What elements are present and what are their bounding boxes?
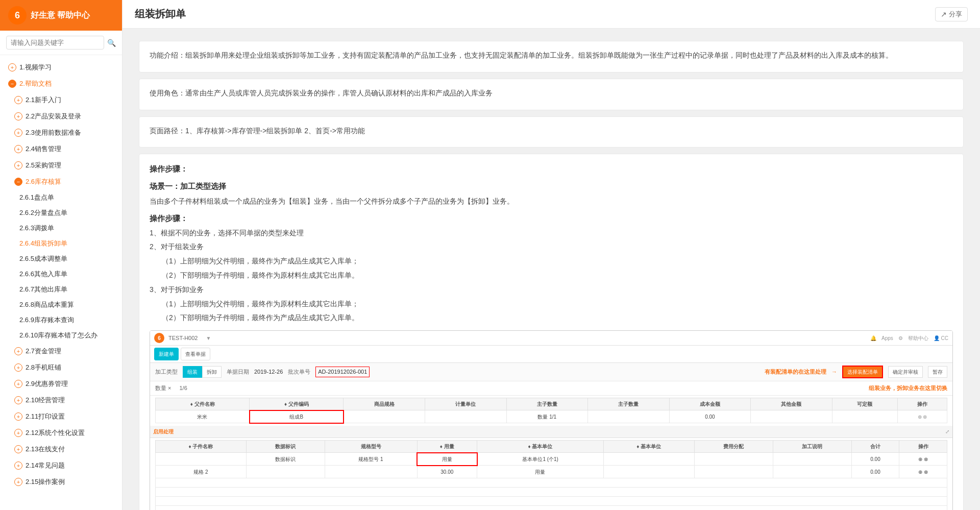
sidebar-item-2-4[interactable]: + 2.4销售管理 bbox=[0, 141, 122, 157]
cell: ⊕ ⊗ bbox=[899, 466, 947, 478]
sidebar-item-2-6-10[interactable]: 2.6.10库存账本错了怎么办 bbox=[0, 328, 122, 343]
step3: 3、对于拆卸业务 bbox=[150, 284, 953, 296]
expand-icon: + bbox=[14, 347, 22, 355]
sidebar-label: 2.2产品安装及登录 bbox=[26, 112, 81, 121]
sidebar-item-2-5[interactable]: + 2.5采购管理 bbox=[0, 157, 122, 174]
table-row bbox=[156, 478, 947, 487]
ops2-title: 操作步骤： bbox=[150, 212, 953, 225]
tab-new[interactable]: 新建单 bbox=[154, 348, 179, 360]
cell: 规格 2 bbox=[156, 466, 247, 478]
main-area: 组装拆卸单 ↗ 分享 功能介绍：组装拆卸单用来处理企业组装或拆卸等加工业务，支持… bbox=[122, 0, 980, 510]
sidebar-item-2-11[interactable]: + 2.11打印设置 bbox=[0, 408, 122, 425]
sidebar-label: 2.帮助文档 bbox=[19, 79, 52, 88]
step2-1: （1）上部明细为父件明细，最终作为产成品生成其它入库单； bbox=[150, 255, 953, 268]
expand-icon: + bbox=[14, 396, 22, 404]
app-icons: 🔔 Apps ⚙ 帮助中心 👤 CC bbox=[870, 334, 948, 343]
col-header: 加工说明 bbox=[773, 440, 851, 453]
sidebar-item-2-6-2[interactable]: 2.6.2分量盘点单 bbox=[0, 205, 122, 221]
sidebar-item-videos[interactable]: + 1.视频学习 bbox=[0, 59, 122, 76]
sidebar-item-docs[interactable]: − 2.帮助文档 bbox=[0, 76, 122, 92]
sidebar-item-2-14[interactable]: + 2.14常见问题 bbox=[0, 457, 122, 474]
sidebar-item-2-6-6[interactable]: 2.6.6其他入库单 bbox=[0, 266, 122, 282]
select-bom-btn[interactable]: 选择装配清单 bbox=[842, 366, 883, 378]
col-header: 主子数量 bbox=[588, 398, 670, 410]
sidebar-item-2-9[interactable]: + 2.9优惠券管理 bbox=[0, 376, 122, 392]
cell bbox=[832, 410, 897, 423]
sidebar-item-2-1[interactable]: + 2.1新手入门 bbox=[0, 92, 122, 108]
app-logo: 6 bbox=[8, 6, 27, 25]
sidebar-item-2-8[interactable]: + 2.8手机旺铺 bbox=[0, 359, 122, 376]
app-dropdown-icon: ▼ bbox=[206, 334, 211, 343]
cell: 30.00 bbox=[417, 466, 477, 478]
main-header: 组装拆卸单 ↗ 分享 bbox=[122, 0, 980, 29]
count-row: 数量 × 1/6 组装业务，拆卸业务在这里切换 bbox=[150, 381, 952, 396]
row-action[interactable]: ⊕ ⊗ bbox=[918, 414, 927, 420]
step3-2: （2）下部明细为子件明细，最终作为产成品生成其它入库单。 bbox=[150, 312, 953, 324]
collapse-icon: − bbox=[8, 80, 16, 88]
cell: 数量 1/1 bbox=[506, 410, 588, 423]
help-icon: 帮助中心 bbox=[908, 334, 928, 343]
sidebar-item-2-6-5[interactable]: 2.6.5成本调整单 bbox=[0, 251, 122, 266]
path-card: 页面路径：1、库存核算->库存管理->组装拆卸单 2、首页->常用功能 bbox=[139, 116, 964, 148]
role-text: 使用角色：通常由生产人员或库管人员完成拆装业务的操作，库管人员确认原材料的出库和… bbox=[150, 87, 953, 100]
upper-table-area: ♦ 父件名称 ♦ 父件编码 商品规格 计量单位 主子数量 主子数量 成本金额 其… bbox=[150, 396, 952, 426]
sidebar-label: 2.12系统个性化设置 bbox=[26, 428, 85, 438]
cell bbox=[694, 453, 773, 466]
cell: 0.00 bbox=[851, 466, 899, 478]
search-box: 🔍 bbox=[0, 31, 122, 55]
step2: 2、对于组装业务 bbox=[150, 241, 953, 253]
assemble-btn[interactable]: 组装 bbox=[183, 366, 202, 378]
app-topbar: 6 TEST-H002 ▼ 🔔 Apps ⚙ 帮助中心 👤 CC bbox=[150, 331, 952, 346]
cell bbox=[694, 466, 773, 478]
search-input[interactable] bbox=[6, 36, 104, 50]
sidebar-item-2-6[interactable]: − 2.6库存核算 bbox=[0, 174, 122, 190]
confirm-btn[interactable]: 确定并审核 bbox=[888, 366, 923, 378]
table-row: 数据标识 规格型号 1 用量 基本单位1 (个1) 0.00 ⊕ ⊗ bbox=[156, 453, 947, 466]
sidebar-item-2-2[interactable]: + 2.2产品安装及登录 bbox=[0, 108, 122, 125]
cell: ⊕ ⊗ bbox=[899, 453, 947, 466]
app-title: 好生意 帮助中心 bbox=[31, 10, 90, 21]
sidebar-item-2-13[interactable]: + 2.13在线支付 bbox=[0, 441, 122, 457]
share-button[interactable]: ↗ 分享 bbox=[935, 7, 968, 21]
save-btn[interactable]: 暂存 bbox=[928, 366, 947, 378]
ops-title: 操作步骤： bbox=[150, 162, 953, 176]
annotation-3-label: 启用处理 bbox=[153, 427, 174, 436]
sidebar-item-2-15[interactable]: + 2.15操作案例 bbox=[0, 474, 122, 490]
sidebar-item-2-6-8[interactable]: 2.6.8商品成本重算 bbox=[0, 297, 122, 312]
sidebar-item-2-7[interactable]: + 2.7资金管理 bbox=[0, 343, 122, 359]
toolbar-fields: 加工类型 组装 拆卸 单据日期 2019-12-26 批次单号 AD-20191… bbox=[150, 363, 952, 381]
sidebar-item-2-6-1[interactable]: 2.6.1盘点单 bbox=[0, 190, 122, 205]
search-icon[interactable]: 🔍 bbox=[107, 39, 116, 47]
sidebar-item-2-6-7[interactable]: 2.6.7其他出库单 bbox=[0, 282, 122, 297]
expand-icon[interactable]: ⤢ bbox=[945, 427, 949, 436]
sidebar-item-2-12[interactable]: + 2.12系统个性化设置 bbox=[0, 425, 122, 441]
col-header: 商品规格 bbox=[344, 398, 425, 410]
sidebar-label: 2.8手机旺铺 bbox=[26, 363, 61, 372]
cell: ⊕ ⊗ bbox=[897, 410, 947, 423]
page-title: 组装拆卸单 bbox=[135, 7, 186, 21]
sidebar-item-2-10[interactable]: + 2.10经营管理 bbox=[0, 392, 122, 408]
cell: 规格型号 1 bbox=[325, 453, 417, 466]
disassemble-btn[interactable]: 拆卸 bbox=[202, 366, 222, 378]
sidebar-item-2-6-4[interactable]: 2.6.4组装拆卸单 bbox=[0, 236, 122, 251]
table-row: 米米 组成B 数量 1/1 0.00 bbox=[156, 410, 947, 423]
col-header: ♦ 父件名称 bbox=[156, 398, 250, 410]
col-header: ♦ 父件编码 bbox=[250, 398, 344, 410]
sidebar-item-2-6-3[interactable]: 2.6.3调拨单 bbox=[0, 221, 122, 236]
sidebar-label: 2.7资金管理 bbox=[26, 347, 61, 356]
tab-view[interactable]: 查看单据 bbox=[181, 348, 210, 360]
step1: 1、根据不同的业务，选择不同单据的类型来处理 bbox=[150, 227, 953, 239]
count-value: 1/6 bbox=[179, 383, 187, 393]
date-value: 2019-12-26 bbox=[254, 367, 283, 377]
cell bbox=[246, 466, 325, 478]
batch-value: AD-201912026-001 bbox=[315, 367, 370, 377]
expand-icon: + bbox=[14, 462, 22, 470]
cell bbox=[325, 466, 417, 478]
app-mini-logo: 6 bbox=[154, 333, 164, 343]
app-id: TEST-H002 bbox=[168, 333, 198, 343]
expand-icon: + bbox=[14, 129, 22, 137]
share-label: 分享 bbox=[949, 10, 962, 19]
intro-card: 功能介绍：组装拆卸单用来处理企业组装或拆卸等加工业务，支持有固定装配清单的产品加… bbox=[139, 41, 964, 72]
sidebar-item-2-6-9[interactable]: 2.6.9库存账本查询 bbox=[0, 312, 122, 328]
sidebar-item-2-3[interactable]: + 2.3使用前数据准备 bbox=[0, 125, 122, 141]
